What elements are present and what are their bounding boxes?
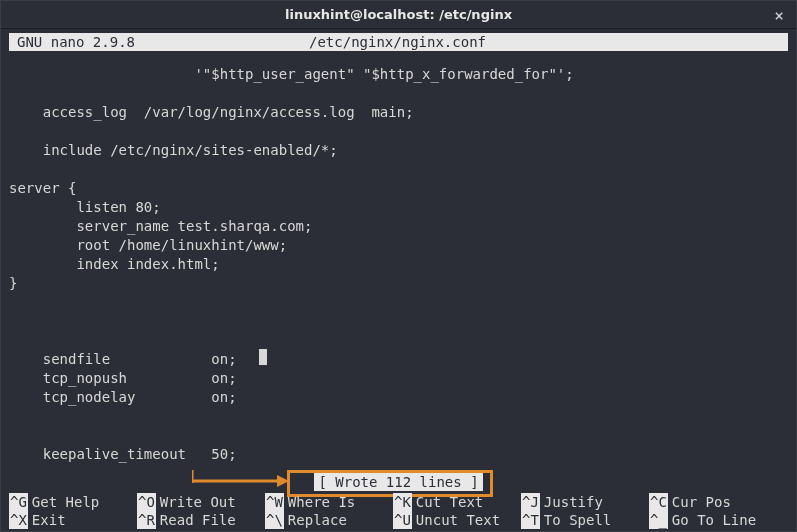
shortcut-label: Where Is [288,493,355,511]
shortcut-row-2: ^X Exit ^R Read File ^\ Replace ^U Uncut… [9,511,788,529]
shortcut-label: Read File [160,511,236,529]
shortcut-key: ^X [9,511,28,529]
shortcut-where-is[interactable]: ^W Where Is [265,493,393,511]
editor-content: '"$http_user_agent" "$http_x_forwarded_f… [9,66,574,462]
shortcut-exit[interactable]: ^X Exit [9,511,137,529]
shortcut-write-out[interactable]: ^O Write Out [137,493,265,511]
shortcut-uncut-text[interactable]: ^U Uncut Text [393,511,521,529]
shortcut-key: ^W [265,493,284,511]
status-line: [ Wrote 112 lines ] [1,473,796,491]
shortcut-key: ^G [9,493,28,511]
shortcut-label: Write Out [160,493,236,511]
shortcut-key: ^K [393,493,412,511]
shortcut-key: ^T [521,511,540,529]
shortcut-label: Go To Line [672,511,756,529]
shortcut-replace[interactable]: ^\ Replace [265,511,393,529]
shortcut-key: ^_ [649,511,668,529]
shortcut-to-spell[interactable]: ^T To Spell [521,511,649,529]
shortcut-label: Justify [544,493,603,511]
shortcut-label: Uncut Text [416,511,500,529]
shortcut-key: ^J [521,493,540,511]
shortcut-get-help[interactable]: ^G Get Help [9,493,137,511]
shortcut-row-1: ^G Get Help ^O Write Out ^W Where Is ^K … [9,493,788,511]
shortcut-go-to-line[interactable]: ^_ Go To Line [649,511,777,529]
window-title: linuxhint@localhost: /etc/nginx [285,7,512,22]
nano-header: GNU nano 2.9.8 /etc/nginx/nginx.conf [9,33,788,51]
shortcut-cut-text[interactable]: ^K Cut Text [393,493,521,511]
close-icon[interactable]: × [770,6,788,24]
shortcut-key: ^C [649,493,668,511]
shortcut-label: To Spell [544,511,611,529]
shortcut-justify[interactable]: ^J Justify [521,493,649,511]
shortcut-key: ^U [393,511,412,529]
shortcut-cur-pos[interactable]: ^C Cur Pos [649,493,777,511]
shortcut-read-file[interactable]: ^R Read File [137,511,265,529]
shortcut-label: Replace [288,511,347,529]
shortcut-label: Cut Text [416,493,483,511]
shortcut-label: Exit [32,511,66,529]
window-titlebar: linuxhint@localhost: /etc/nginx × [1,1,796,29]
shortcut-key: ^O [137,493,156,511]
shortcuts-bar: ^G Get Help ^O Write Out ^W Where Is ^K … [9,493,788,529]
shortcut-label: Get Help [32,493,99,511]
nano-version: GNU nano 2.9.8 [17,34,135,50]
shortcut-key: ^R [137,511,156,529]
editor-area[interactable]: '"$http_user_agent" "$http_x_forwarded_f… [1,51,796,464]
shortcut-label: Cur Pos [672,493,731,511]
text-cursor [259,349,267,365]
nano-filename: /etc/nginx/nginx.conf [135,34,660,50]
shortcut-key: ^\ [265,511,284,529]
status-badge: [ Wrote 112 lines ] [314,473,482,491]
